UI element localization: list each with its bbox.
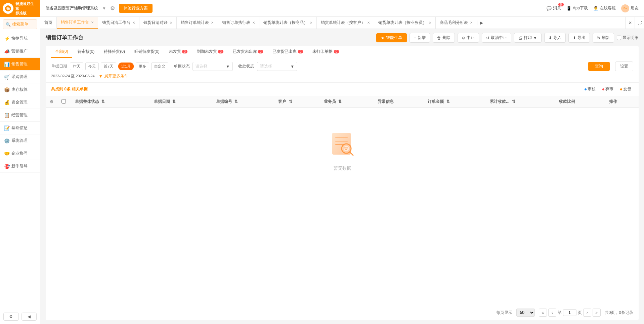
sort-status-icon[interactable]: ⇅: [101, 99, 105, 104]
delete-button[interactable]: 🗑 删除: [433, 33, 455, 43]
page-size-select[interactable]: 50 10 20 100: [516, 309, 535, 317]
tab-close-sales-stats[interactable]: ✕: [211, 21, 214, 25]
tab-sales-summary-staff[interactable]: 销货单统计表（按业务员） ✕: [374, 17, 436, 29]
cancel-review-batch-button[interactable]: 弃审: [600, 85, 615, 93]
filter-status-select[interactable]: 请选择 ▼: [192, 62, 233, 71]
sub-tab-pending-review[interactable]: 待审核(0): [74, 46, 99, 58]
column-settings-icon[interactable]: ⚙: [50, 99, 53, 104]
sidebar-item-purchase[interactable]: 🛒 采购管理: [0, 71, 40, 83]
collapse-button[interactable]: ◀: [22, 313, 37, 321]
import-button[interactable]: ⬇ 导入: [544, 33, 566, 43]
tab-more-button[interactable]: ▶: [477, 21, 486, 25]
sidebar-item-inventory[interactable]: 📦 库存核算: [0, 83, 40, 96]
filter-custom-btn[interactable]: 自定义: [151, 63, 168, 70]
ship-batch-button[interactable]: 发货: [618, 85, 633, 93]
sub-tab-not-shipped[interactable]: 未发货 0: [165, 46, 191, 58]
search-menu-button[interactable]: 🔍 搜索菜单: [3, 19, 37, 29]
print-icon: 🖨: [518, 36, 522, 40]
sidebar-item-marketing[interactable]: 📣 营销推广: [0, 45, 40, 58]
print-button[interactable]: 🖨 打印 ▼: [514, 33, 542, 43]
export-button[interactable]: ⬆ 导出: [568, 33, 590, 43]
sub-tab-wangpu[interactable]: 旺铺待发货(0): [130, 46, 164, 58]
tab-sales-summary-product[interactable]: 销货单统计表（按商品） ✕: [259, 17, 317, 29]
sub-tab-shipped-not-stored[interactable]: 已发货未出库 0: [229, 46, 267, 58]
sort-collected-icon[interactable]: ⇅: [512, 99, 515, 104]
refresh-button[interactable]: ↻ 刷新: [593, 33, 614, 43]
query-button[interactable]: 查询: [588, 62, 610, 71]
table-count: 共找到 0条 相关单据: [51, 86, 88, 92]
prev-page-button[interactable]: ‹: [548, 309, 556, 317]
tab-close-cash-reconcile[interactable]: ✕: [170, 21, 172, 25]
first-page-button[interactable]: «: [539, 309, 547, 317]
tab-close-product-profit[interactable]: ✕: [470, 21, 473, 25]
sidebar-item-guide[interactable]: 🎯 新手引导: [0, 160, 40, 173]
sort-date-icon[interactable]: ⇅: [172, 99, 176, 104]
sort-customer-icon[interactable]: ⇅: [289, 99, 292, 104]
tab-close-sales-execute[interactable]: ✕: [252, 21, 255, 25]
filter-more-btn[interactable]: 更多: [136, 63, 149, 70]
sort-amount-icon[interactable]: ⇅: [446, 99, 450, 104]
sub-tab-all[interactable]: 全部(0): [51, 46, 72, 58]
payment-dropdown-icon: ▼: [290, 64, 294, 69]
sidebar-logo: 畅 畅捷通好生意 标准版: [0, 0, 40, 17]
solution-button[interactable]: 体验行业方案: [119, 4, 153, 13]
sidebar-item-system[interactable]: ⚙️ 系统管理: [0, 134, 40, 147]
tab-product-profit[interactable]: 商品毛利分析表 ✕: [436, 17, 477, 29]
sub-tab-not-printed[interactable]: 未打印单据 0: [308, 46, 343, 58]
user-menu[interactable]: Ea 用友: [621, 4, 639, 12]
show-detail-checkbox[interactable]: 显示明细: [617, 35, 639, 41]
sidebar-item-operation[interactable]: 📋 经营管理: [0, 109, 40, 122]
filter-payment-select[interactable]: 请选择 ▼: [257, 62, 297, 71]
sub-tab-shipped-stored[interactable]: 已发货已出库 0: [268, 46, 307, 58]
app-download-button[interactable]: 📱 App下载: [566, 5, 588, 11]
add-button[interactable]: + 新增: [410, 33, 430, 43]
sidebar-item-sales[interactable]: 📊 销售管理: [0, 58, 40, 71]
settings-button[interactable]: ⚙: [3, 313, 19, 321]
sidebar-item-enterprise[interactable]: 🤝 企业协同: [0, 147, 40, 160]
filter-setting-button[interactable]: 设置: [615, 62, 633, 71]
tab-close-sales-summary-staff[interactable]: ✕: [429, 21, 431, 25]
star-icon: ★: [381, 36, 385, 40]
smart-create-button[interactable]: ★ 智能生单: [376, 33, 407, 42]
tab-sales-summary-customer[interactable]: 销货单统计表（按客户） ✕: [317, 17, 374, 29]
stop-button[interactable]: ⊘ 中止: [458, 33, 479, 43]
purchase-icon: 🛒: [4, 74, 9, 80]
tab-close-all-button[interactable]: ✕: [625, 17, 635, 29]
filter-yesterday-btn[interactable]: 昨天: [70, 63, 83, 70]
ship-dot: [620, 88, 622, 90]
tab-sales-execute[interactable]: 销售订单执行表 ✕: [218, 17, 259, 29]
expand-filter-button[interactable]: ▼ 展开更多条件: [99, 73, 128, 79]
sub-tab-expired-not-shipped[interactable]: 到期未发货 0: [193, 46, 227, 58]
topbar-dropdown-icon[interactable]: ▼: [102, 6, 106, 11]
tab-sales-workbench[interactable]: 销售订单工作台 ✕: [57, 17, 98, 29]
next-page-button[interactable]: ›: [583, 309, 591, 317]
online-service-button[interactable]: 👨‍💼 在线客服: [593, 5, 616, 11]
sidebar-item-finance[interactable]: 💰 资金管理: [0, 96, 40, 109]
filter-today-btn[interactable]: 今天: [85, 63, 99, 70]
tab-maximize-button[interactable]: ⛶: [635, 17, 644, 29]
last-page-button[interactable]: »: [593, 309, 601, 317]
tab-sales-stats[interactable]: 销售订单统计表 ✕: [177, 17, 218, 29]
col-collected: 累计收款... ⇅: [486, 96, 555, 108]
cancel-stop-button[interactable]: ↺ 取消中止: [482, 33, 511, 43]
sort-salesperson-icon[interactable]: ⇅: [338, 99, 342, 104]
tab-close-sales-workbench[interactable]: ✕: [91, 21, 94, 24]
tab-home[interactable]: 首页: [40, 17, 57, 29]
tab-cash-daily[interactable]: 钱货日清工作台 ✕: [98, 17, 139, 29]
tab-cash-reconcile[interactable]: 钱货日清对账 ✕: [139, 17, 177, 29]
filter-1month-btn[interactable]: 近1月: [118, 63, 134, 70]
sub-tab-pending-inspect[interactable]: 待择验货(0): [100, 46, 129, 58]
sidebar-item-basic[interactable]: 📝 基础信息: [0, 122, 40, 134]
filter-7days-btn[interactable]: 近7天: [101, 63, 116, 70]
page-number-input[interactable]: [563, 309, 576, 316]
show-detail-input[interactable]: [617, 36, 621, 40]
sort-number-icon[interactable]: ⇅: [234, 99, 238, 104]
select-all-checkbox[interactable]: [61, 99, 66, 104]
tab-close-sales-summary-product[interactable]: ✕: [310, 21, 312, 25]
sidebar-item-quick-nav[interactable]: ⚡ 快捷导航: [0, 32, 40, 45]
tab-close-sales-summary-customer[interactable]: ✕: [367, 21, 370, 25]
topbar-gear-icon[interactable]: ⚙: [110, 5, 115, 11]
tab-close-cash-daily[interactable]: ✕: [132, 21, 135, 25]
review-batch-button[interactable]: 审核: [583, 85, 598, 93]
message-button[interactable]: 💬 消息 6: [547, 5, 561, 11]
